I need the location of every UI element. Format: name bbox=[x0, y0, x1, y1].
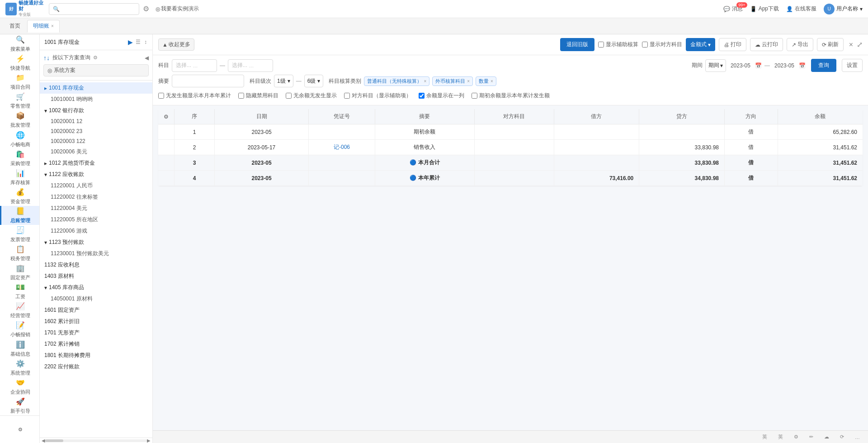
tree-item-11220004[interactable]: 11220004 美元 bbox=[40, 203, 152, 214]
level-start-select[interactable]: 1级 ▾ bbox=[274, 75, 293, 87]
tab-home[interactable]: 首页 bbox=[4, 20, 26, 33]
sidebar-item-project[interactable]: 📁 项目合同 bbox=[0, 72, 39, 91]
show-aux-label[interactable]: 显示辅助核算 bbox=[606, 41, 638, 48]
cloud-print-btn[interactable]: ☁ 云打印 bbox=[750, 38, 783, 51]
tree-item-11220001[interactable]: 11220001 人民币 bbox=[40, 180, 152, 191]
user-area[interactable]: U 用户名称 ▾ bbox=[824, 4, 863, 14]
bottom-lang-btn[interactable]: 英 bbox=[775, 433, 786, 441]
panel-expand-btn[interactable]: ⤢ bbox=[857, 40, 863, 49]
tree-item-11220005[interactable]: 11220005 所在地区 bbox=[40, 214, 152, 225]
account-forward-arrow[interactable]: ▶ bbox=[128, 38, 133, 46]
print-btn[interactable]: 🖨 打印 bbox=[719, 38, 746, 51]
sidebar-item-ecommerce[interactable]: 🌐 小畅电商 bbox=[0, 129, 39, 148]
tree-item-1801[interactable]: 1801 长期待摊费用 bbox=[40, 350, 152, 361]
subject-input[interactable]: 选择... ... bbox=[172, 59, 217, 72]
show-aux-checkbox[interactable] bbox=[598, 42, 604, 48]
online-service-btn[interactable]: 👤 在线客服 bbox=[786, 5, 816, 13]
setting-btn[interactable]: 设置 bbox=[842, 59, 863, 72]
tree-item-11220002[interactable]: 11220002 往来标签 bbox=[40, 191, 152, 203]
tree-item-10020003[interactable]: 10020003 122 bbox=[40, 136, 152, 146]
tree-item-1002[interactable]: ▾ 1002 银行存款 bbox=[40, 105, 152, 116]
summary-input[interactable] bbox=[172, 75, 244, 87]
query-settings-icon[interactable]: ⚙ bbox=[93, 55, 98, 61]
no-occur-checkbox[interactable] bbox=[158, 93, 164, 99]
hide-disabled-checkbox[interactable] bbox=[238, 93, 244, 99]
sidebar-item-purchase[interactable]: 🛍️ 采购管理 bbox=[0, 149, 39, 168]
tree-collapse-icon[interactable]: ↕ bbox=[143, 38, 148, 46]
calendar-icon-1[interactable]: 📅 bbox=[755, 62, 762, 69]
bottom-sync-btn[interactable]: ⟳ bbox=[837, 433, 847, 441]
foreign-tag-close[interactable]: × bbox=[467, 79, 470, 84]
show-contra-checkbox[interactable] bbox=[642, 42, 648, 48]
tree-item-1702[interactable]: 1702 累计摊销 bbox=[40, 338, 152, 350]
tree-item-1701[interactable]: 1701 无形资产 bbox=[40, 327, 152, 338]
app-download-btn[interactable]: 📱 App下载 bbox=[750, 5, 779, 13]
sidebar-item-ledger[interactable]: 📒 总账管理 bbox=[0, 206, 39, 225]
sidebar-item-inventory[interactable]: 📊 库存核算 bbox=[0, 168, 39, 187]
tree-item-1122[interactable]: ▾ 1122 应收账款 bbox=[40, 169, 152, 180]
scroll-left-btn[interactable]: ◀ bbox=[42, 438, 45, 443]
tree-item-10020002[interactable]: 10020002 23 bbox=[40, 126, 152, 136]
voucher-link[interactable]: 记-006 bbox=[334, 144, 350, 150]
balance-one-col-checkbox[interactable] bbox=[419, 93, 425, 99]
col-settings-header[interactable]: ⚙ bbox=[158, 109, 175, 124]
sidebar-item-retail[interactable]: 🛒 零售管理 bbox=[0, 91, 39, 110]
tree-item-10020006[interactable]: 10020006 美元 bbox=[40, 146, 152, 157]
sidebar-item-finance[interactable]: 💰 资金管理 bbox=[0, 187, 39, 206]
sidebar-item-wholesale[interactable]: 📦 批发管理 bbox=[0, 110, 39, 129]
tab-detail[interactable]: 明细账 × bbox=[27, 20, 60, 33]
expand-more-btn[interactable]: ▲ 收起更多 bbox=[158, 38, 194, 51]
bottom-cloud-btn[interactable]: ☁ bbox=[821, 433, 832, 441]
tree-item-1405[interactable]: ▾ 1405 库存商品 bbox=[40, 282, 152, 293]
tree-list-icon[interactable]: ☰ bbox=[135, 38, 142, 46]
sidebar-item-system[interactable]: ⚙️ 系统管理 bbox=[0, 358, 39, 377]
sidebar-item-basic[interactable]: ℹ️ 基础信息 bbox=[0, 339, 39, 358]
sidebar-item-tax[interactable]: 📋 税务管理 bbox=[0, 244, 39, 263]
bottom-settings-btn[interactable]: ⚙ bbox=[791, 433, 801, 441]
tree-item-10020001[interactable]: 10020001 12 bbox=[40, 116, 152, 126]
quantity-tag-close[interactable]: × bbox=[491, 79, 493, 84]
show-ytd-checkbox[interactable] bbox=[472, 93, 477, 99]
calendar-icon-2[interactable]: 📅 bbox=[799, 62, 806, 69]
tree-item-14050001[interactable]: 14050001 原材料 bbox=[40, 293, 152, 305]
export-btn[interactable]: ↗ 导出 bbox=[787, 38, 813, 51]
tree-item-1123[interactable]: ▾ 1123 预付账款 bbox=[40, 237, 152, 248]
tree-item-2202[interactable]: 2202 应付账款 bbox=[40, 361, 152, 372]
scheme-btn[interactable]: ◎ 系统方案 bbox=[43, 64, 149, 76]
tree-item-1403[interactable]: 1403 原材料 bbox=[40, 271, 152, 282]
tree-item-11230001[interactable]: 11230001 预付账款美元 bbox=[40, 248, 152, 259]
normal-tag-close[interactable]: × bbox=[424, 79, 426, 84]
sidebar-item-guide[interactable]: 🚀 新手引导 bbox=[0, 396, 39, 415]
tab-detail-close[interactable]: × bbox=[51, 24, 54, 29]
sidebar-item-salary[interactable]: 💵 工资 bbox=[0, 282, 39, 301]
tree-item-1012[interactable]: ▸ 1012 其他货币资金 bbox=[40, 157, 152, 169]
demo-nav-item[interactable]: ◎ 我要看实例演示 bbox=[153, 0, 202, 18]
back-old-btn[interactable]: 退回旧版 bbox=[560, 38, 594, 51]
panel-close-btn[interactable]: × bbox=[849, 41, 853, 49]
message-btn[interactable]: 💬 消息 99+ bbox=[723, 5, 743, 13]
tree-item-10010001[interactable]: 10010001 哟哟哟 bbox=[40, 94, 152, 105]
sidebar-item-assets[interactable]: 🏢 固定资产 bbox=[0, 263, 39, 282]
bottom-more-btn[interactable]: … bbox=[852, 433, 863, 441]
sidebar-settings-btn[interactable]: ⚙ bbox=[0, 416, 39, 443]
level-end-select[interactable]: 6级 ▾ bbox=[304, 75, 324, 87]
format-dropdown-btn[interactable]: 金额式 ▾ bbox=[686, 38, 715, 51]
sidebar-item-invoice[interactable]: 🧾 发票管理 bbox=[0, 225, 39, 244]
bottom-translate-btn[interactable]: 英 bbox=[760, 433, 770, 441]
search-input[interactable] bbox=[61, 6, 135, 12]
show-contra-label[interactable]: 显示对方科目 bbox=[650, 41, 682, 48]
bottom-edit-btn[interactable]: ✏ bbox=[807, 433, 816, 441]
contra-show-checkbox[interactable] bbox=[344, 93, 350, 99]
tree-item-1602[interactable]: 1602 累计折旧 bbox=[40, 316, 152, 327]
top-search-bar[interactable]: 🔍 bbox=[49, 3, 139, 15]
scroll-right-btn[interactable]: ▶ bbox=[147, 438, 151, 443]
tree-item-1601[interactable]: 1601 固定资产 bbox=[40, 305, 152, 316]
sidebar-item-search[interactable]: 🔍 搜索菜单 bbox=[0, 34, 39, 53]
settings-icon[interactable]: ⚙ bbox=[143, 5, 149, 13]
sidebar-item-report[interactable]: 📝 小畅报销 bbox=[0, 320, 39, 339]
refresh-btn[interactable]: ⟳ 刷新 bbox=[817, 38, 844, 51]
tree-item-1132[interactable]: 1132 应收利息 bbox=[40, 259, 152, 271]
sidebar-item-operation[interactable]: 📈 经营管理 bbox=[0, 301, 39, 320]
sidebar-item-cooperation[interactable]: 🤝 企业协同 bbox=[0, 377, 39, 396]
tree-item-11220006[interactable]: 11220006 游戏 bbox=[40, 225, 152, 237]
